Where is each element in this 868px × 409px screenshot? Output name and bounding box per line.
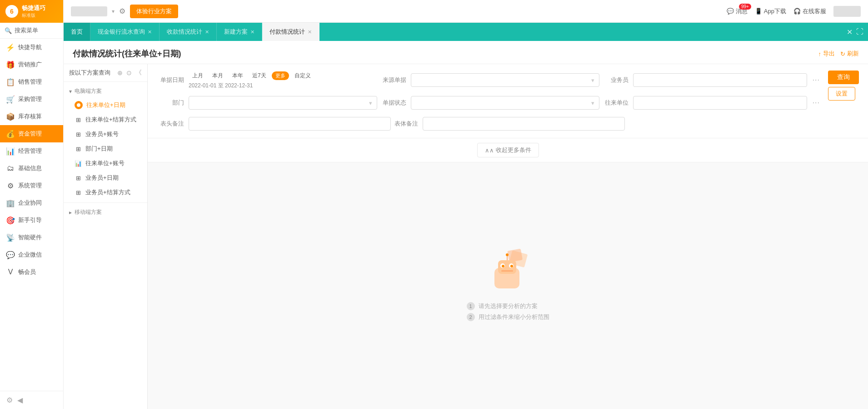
status-filter-cell: 单据状态 ▾ <box>379 95 601 111</box>
brand-sub: 标准版 <box>22 12 45 19</box>
collapse-chevron-icon: ∧∧ <box>485 147 494 154</box>
header-settings-icon[interactable]: ⚙ <box>119 7 125 15</box>
date-last-month[interactable]: 上月 <box>189 71 207 81</box>
scheme-item-staff-settle[interactable]: ⊞ 业务员+结算方式 <box>64 185 147 200</box>
staff-dots[interactable]: ··· <box>809 76 823 84</box>
sidebar-item-label: 销售管理 <box>18 78 42 86</box>
sales-icon: 📋 <box>6 78 15 86</box>
empty-hint-1-text: 请先选择要分析的方案 <box>479 302 538 310</box>
tab-new[interactable]: 新建方案 ✕ <box>217 23 262 41</box>
app-label: App下载 <box>764 7 786 15</box>
tab-bar-actions: ✕ ⛶ <box>842 23 868 41</box>
app-download-btn[interactable]: 📱 App下载 <box>755 7 786 15</box>
body-remark-cell: 表体备注 <box>391 116 625 131</box>
user-avatar[interactable] <box>833 6 861 17</box>
export-label: 导出 <box>823 50 835 58</box>
sidebar-item-enterprise[interactable]: 🏢 企业协同 <box>0 194 63 212</box>
refresh-btn[interactable]: ↻ 刷新 <box>840 50 859 58</box>
scheme-panel-header: 按以下方案查询 ⊕ ⊙ 《 <box>64 64 147 82</box>
tab-payment[interactable]: 付款情况统计 ✕ <box>262 23 319 41</box>
date-7days[interactable]: 近7天 <box>249 71 270 81</box>
message-btn[interactable]: 💬 消息 99+ <box>727 7 748 15</box>
sidebar-item-hardware[interactable]: 📡 智能硬件 <box>0 229 63 246</box>
scheme-panel: 按以下方案查询 ⊕ ⊙ 《 ▾ 电脑端方案 往来单位+日期 <box>64 64 148 409</box>
body-remark-label: 表体备注 <box>391 120 423 128</box>
dept-input[interactable]: ▾ <box>189 96 377 110</box>
scheme-item-staff-account[interactable]: ⊞ 业务员+账号 <box>64 127 147 141</box>
scheme-item-unit-account[interactable]: 📊 往来单位+账号 <box>64 156 147 171</box>
sidebar-item-member[interactable]: V 畅会员 <box>0 263 63 281</box>
tab-close-btn[interactable]: ✕ <box>847 28 853 36</box>
scheme-item-unit-date[interactable]: 往来单位+日期 <box>64 98 147 112</box>
sidebar-settings-icon[interactable]: ⚙ <box>6 396 13 404</box>
collapse-label: 收起更多条件 <box>496 146 531 154</box>
scheme-item-staff-date[interactable]: ⊞ 业务员+日期 <box>64 171 147 185</box>
unit-input[interactable] <box>633 96 807 110</box>
sidebar-header: 6 畅捷通巧 标准版 <box>0 0 63 23</box>
tab-payment-close[interactable]: ✕ <box>308 29 312 35</box>
sidebar-item-label: 畅会员 <box>18 268 36 276</box>
sidebar-collapse-icon[interactable]: ◀ <box>17 396 23 404</box>
sidebar-item-operation[interactable]: 📊 经营管理 <box>0 142 63 160</box>
scheme-item-unit-settle[interactable]: ⊞ 往来单位+结算方式 <box>64 112 147 127</box>
tab-receipt-close[interactable]: ✕ <box>205 29 209 35</box>
scheme-settings-icon[interactable]: ⊙ <box>126 69 132 76</box>
empty-hint-2: 2 用过滤条件来缩小分析范围 <box>467 313 549 321</box>
staff-input[interactable] <box>633 73 807 87</box>
sidebar-item-sales[interactable]: 📋 销售管理 <box>0 73 63 91</box>
scheme-collapse-icon[interactable]: 《 <box>135 69 142 77</box>
date-custom[interactable]: 自定义 <box>291 71 314 81</box>
scheme-item-label: 往来单位+结算方式 <box>85 116 136 124</box>
online-service-btn[interactable]: 🎧 在线客服 <box>793 7 826 15</box>
header-remark-input[interactable] <box>189 117 391 131</box>
sidebar-item-quicknav[interactable]: ⚡ 快捷导航 <box>0 39 63 56</box>
tab-home[interactable]: 首页 <box>64 23 90 41</box>
empty-illustration <box>485 247 531 293</box>
status-input[interactable]: ▾ <box>411 96 599 110</box>
date-this-year[interactable]: 本年 <box>229 71 247 81</box>
collapse-btn[interactable]: ∧∧ 收起更多条件 <box>477 143 539 157</box>
sidebar-search-item[interactable]: 🔍 搜索菜单 <box>0 23 63 39</box>
try-industry-btn[interactable]: 体验行业方案 <box>130 5 178 18</box>
inventory-icon: 📦 <box>6 112 15 121</box>
svg-point-10 <box>506 253 509 256</box>
sidebar-item-funds[interactable]: 💰 资金管理 <box>0 125 63 142</box>
source-chevron: ▾ <box>591 77 594 84</box>
tab-expand-btn[interactable]: ⛶ <box>856 28 863 36</box>
sidebar-item-system[interactable]: ⚙ 系统管理 <box>0 177 63 194</box>
sidebar-item-inventory[interactable]: 📦 库存核算 <box>0 108 63 125</box>
sidebar-item-marketing[interactable]: 🎁 营销推广 <box>0 56 63 73</box>
sidebar: 6 畅捷通巧 标准版 🔍 搜索菜单 ⚡ 快捷导航 🎁 营销推广 📋 销售管理 🛒… <box>0 0 64 409</box>
sidebar-item-wechat[interactable]: 💬 企业微信 <box>0 246 63 263</box>
sidebar-item-guide[interactable]: 🎯 新手引导 <box>0 212 63 229</box>
sidebar-item-purchase[interactable]: 🛒 采购管理 <box>0 91 63 108</box>
sidebar-item-label: 系统管理 <box>18 182 42 190</box>
date-more[interactable]: 更多 <box>272 71 289 80</box>
source-input[interactable]: ▾ <box>411 73 599 87</box>
tab-new-close[interactable]: ✕ <box>250 29 254 35</box>
guide-icon: 🎯 <box>6 216 15 224</box>
scheme-table-icon: ⊞ <box>75 189 82 196</box>
hardware-icon: 📡 <box>6 233 15 242</box>
sidebar-item-label: 资金管理 <box>18 130 42 138</box>
scheme-item-dept-date[interactable]: ⊞ 部门+日期 <box>64 141 147 156</box>
tab-home-label: 首页 <box>71 28 83 36</box>
date-filter-cell: 单据日期 上月 本月 本年 近7天 更多 自定义 <box>157 71 379 90</box>
export-btn[interactable]: ↑ 导出 <box>818 50 835 58</box>
date-this-month[interactable]: 本月 <box>209 71 227 81</box>
settings-filter-btn[interactable]: 设置 <box>828 87 855 101</box>
tab-receipt[interactable]: 收款情况统计 ✕ <box>160 23 217 41</box>
empty-num-1: 1 <box>467 302 475 310</box>
member-icon: V <box>6 268 15 276</box>
scheme-add-icon[interactable]: ⊕ <box>117 69 123 76</box>
body-remark-input[interactable] <box>423 117 625 131</box>
sidebar-item-label: 企业协同 <box>18 199 42 207</box>
desktop-section-title[interactable]: ▾ 电脑端方案 <box>64 85 147 98</box>
tab-cashflow-close[interactable]: ✕ <box>148 29 152 35</box>
query-btn[interactable]: 查询 <box>828 71 859 84</box>
unit-dots[interactable]: ··· <box>809 99 823 107</box>
tab-cashflow[interactable]: 现金银行流水查询 ✕ <box>90 23 160 41</box>
sidebar-item-basic[interactable]: 🗂 基础信息 <box>0 160 63 177</box>
mobile-section-title[interactable]: ▸ 移动端方案 <box>64 206 147 219</box>
marketing-icon: 🎁 <box>6 61 15 69</box>
